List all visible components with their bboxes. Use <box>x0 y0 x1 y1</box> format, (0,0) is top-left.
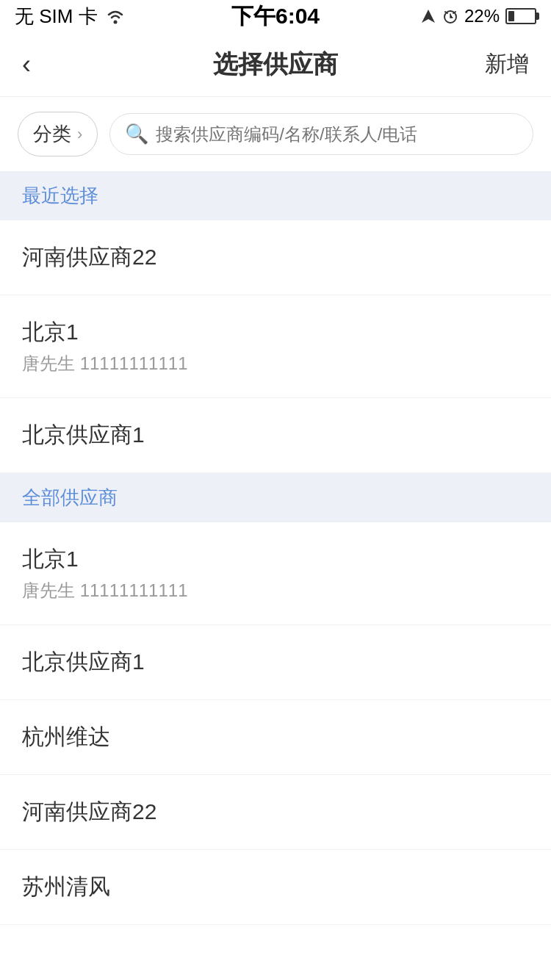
list-item[interactable]: 杭州维达 <box>0 700 551 775</box>
list-item[interactable]: 河南供应商22 <box>0 220 551 295</box>
location-icon <box>420 8 436 24</box>
list-item[interactable]: 苏州清风 <box>0 850 551 925</box>
list-item[interactable]: 北京1 唐先生 11111111111 <box>0 295 551 398</box>
battery-text: 22% <box>464 6 500 26</box>
list-item[interactable]: 河南供应商22 <box>0 775 551 850</box>
recent-section-header: 最近选择 <box>0 171 551 220</box>
item-name: 北京1 <box>22 544 529 574</box>
search-icon: 🔍 <box>125 123 148 145</box>
all-items-list: 北京1 唐先生 11111111111 北京供应商1 杭州维达 河南供应商22 … <box>0 522 551 925</box>
recent-items-list: 河南供应商22 北京1 唐先生 11111111111 北京供应商1 <box>0 220 551 473</box>
nav-bar: ‹ 选择供应商 新增 <box>0 32 551 97</box>
page-title: 选择供应商 <box>213 48 338 82</box>
status-time: 下午6:04 <box>231 1 320 32</box>
all-section-header: 全部供应商 <box>0 473 551 522</box>
item-name: 北京供应商1 <box>22 647 529 677</box>
item-name: 河南供应商22 <box>22 797 529 827</box>
filter-bar: 分类 › 🔍 <box>0 97 551 171</box>
search-input[interactable] <box>156 124 518 145</box>
item-name: 北京1 <box>22 317 529 347</box>
item-name: 河南供应商22 <box>22 242 529 273</box>
wifi-icon <box>105 8 126 24</box>
item-sub: 唐先生 11111111111 <box>22 352 529 375</box>
recent-section-label: 最近选择 <box>22 184 98 206</box>
status-bar: 无 SIM 卡 下午6:04 22% <box>0 0 551 32</box>
status-left: 无 SIM 卡 <box>15 4 126 29</box>
item-sub: 唐先生 11111111111 <box>22 579 529 602</box>
list-item[interactable]: 北京供应商1 <box>0 625 551 700</box>
search-box: 🔍 <box>109 113 533 155</box>
alarm-icon <box>442 8 458 24</box>
battery-icon <box>505 8 536 24</box>
status-right: 22% <box>420 6 536 26</box>
list-item[interactable]: 北京1 唐先生 11111111111 <box>0 522 551 625</box>
back-button[interactable]: ‹ <box>22 49 66 80</box>
item-name: 苏州清风 <box>22 872 529 902</box>
no-sim-text: 无 SIM 卡 <box>15 4 98 29</box>
add-button[interactable]: 新增 <box>485 49 529 79</box>
chevron-right-icon: › <box>77 125 82 144</box>
item-name: 北京供应商1 <box>22 420 529 450</box>
svg-point-0 <box>113 21 117 24</box>
category-filter-button[interactable]: 分类 › <box>18 112 98 156</box>
list-item[interactable]: 北京供应商1 <box>0 398 551 473</box>
category-label: 分类 <box>33 121 71 147</box>
all-section-label: 全部供应商 <box>22 486 118 508</box>
item-name: 杭州维达 <box>22 722 529 752</box>
